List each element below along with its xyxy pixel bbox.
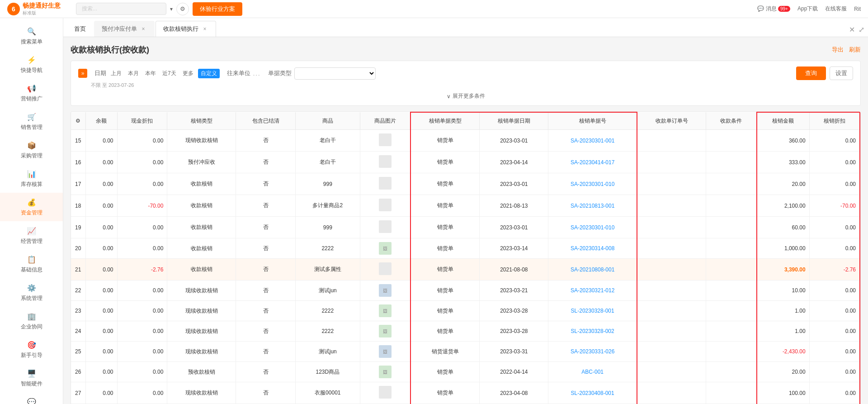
from-unit-input[interactable]: ... [253, 70, 261, 77]
tab-home[interactable]: 首页 [67, 21, 93, 37]
sidebar-label-sales: 销售管理 [21, 124, 42, 131]
export-button[interactable]: 导出 [832, 46, 844, 54]
top-bar-right: 💬 消息 99+ App下载 在线客服 Rit [757, 5, 861, 13]
query-button[interactable]: 查询 [796, 67, 826, 80]
filter-collapse-button[interactable]: » [78, 69, 87, 78]
logo-icon: 6 [7, 3, 20, 15]
sidebar-label-guide: 新手引导 [21, 352, 42, 359]
sidebar-label-business: 经营管理 [21, 238, 42, 245]
sidebar-label-basic: 基础信息 [21, 266, 42, 274]
basic-icon: 📋 [27, 254, 37, 264]
expand-more-btn[interactable]: ∨ 展开更多条件 [78, 92, 853, 100]
tab-close-window-icon[interactable]: ✕ [849, 25, 855, 34]
sidebar-item-system[interactable]: ⚙️ 系统管理 [0, 278, 63, 307]
sidebar-label-purchase: 采购管理 [21, 152, 42, 160]
unit-filter-item: 往来单位 ... [227, 69, 261, 77]
sidebar-label-search: 搜索菜单 [21, 38, 42, 46]
sidebar-item-inventory[interactable]: 📊 库存核算 [0, 164, 63, 193]
app-logo: 6 畅捷通好生意 标准版 [7, 2, 71, 16]
tab-writeoff-close[interactable]: × [201, 25, 208, 33]
th-writeoff-discount: 核销折扣 [809, 112, 860, 130]
chevron-down-icon: ∨ [447, 93, 451, 100]
sidebar-item-corp[interactable]: 🏢 企业协同 [0, 307, 63, 335]
page-header: 收款核销执行(按收款) 导出 刷新 [71, 44, 861, 55]
guide-icon: 🎯 [27, 340, 37, 350]
sidebar-item-quicknav[interactable]: ⚡ 快捷导航 [0, 50, 63, 79]
dropdown-arrow[interactable]: ▾ [170, 6, 173, 12]
tab-prepayment-close[interactable]: × [140, 25, 147, 33]
more-date-btn[interactable]: 更多 [181, 69, 195, 78]
message-icon-area[interactable]: 💬 消息 99+ [757, 5, 790, 13]
date-filter-label: 日期 [94, 69, 106, 77]
global-search-box: 搜索... [76, 3, 166, 15]
date-range-text: 不限 至 2023-07-26 [91, 82, 853, 89]
table-row: 210.00-2.76收款核销否测试多属性销货单2021-08-08SA-202… [71, 259, 860, 280]
hardware-icon: 🖥️ [27, 368, 37, 378]
industry-plan-button[interactable]: 休验行业方案 [193, 2, 242, 16]
sidebar-item-marketing[interactable]: 📢 营销推广 [0, 79, 63, 107]
sidebar-item-sales[interactable]: 🛒 销售管理 [0, 107, 63, 136]
sidebar-label-inventory: 库存核算 [21, 181, 42, 188]
user-name[interactable]: Rit [854, 6, 861, 12]
sales-icon: 🛒 [27, 112, 37, 122]
sidebar-item-basic[interactable]: 📋 基础信息 [0, 250, 63, 278]
tab-writeoff-label: 收款核销执行 [163, 25, 198, 33]
refresh-button[interactable]: 刷新 [849, 46, 861, 54]
table-row: 160.000.00预付冲应收否老白干销货单2023-04-14SA-20230… [71, 152, 860, 173]
marketing-icon: 📢 [27, 83, 37, 93]
table-row: 230.000.00现续收款核销否2222🖼销货单2023-03-28SL-20… [71, 301, 860, 321]
this-year-btn[interactable]: 本年 [143, 69, 158, 78]
business-icon: 📈 [27, 226, 37, 236]
th-receipt-order-no: 收款单订单号 [637, 112, 706, 130]
sidebar-item-search[interactable]: 🔍 搜索菜单 [0, 22, 63, 50]
last7-btn[interactable]: 近7天 [160, 69, 178, 78]
app-download-link[interactable]: App下载 [797, 5, 818, 13]
sidebar-item-business[interactable]: 📈 经营管理 [0, 221, 63, 250]
sidebar-label-corp: 企业协同 [21, 323, 42, 331]
sidebar-item-guide[interactable]: 🎯 新手引导 [0, 335, 63, 364]
online-service-link[interactable]: 在线客服 [825, 5, 847, 13]
th-goods-image: 商品图片 [360, 112, 410, 130]
filter-row: » 日期 上月 本月 本年 近7天 更多 自定义 往来单位 [78, 67, 853, 80]
settings-button[interactable]: 设置 [830, 67, 853, 80]
sidebar-item-hardware[interactable]: 🖥️ 智能硬件 [0, 364, 63, 392]
page-header-actions: 导出 刷新 [832, 46, 861, 54]
table-header-row: ⚙ 余额 现金折扣 核销类型 包含已结清 商品 商品图片 核销单据类型 核销单据… [71, 112, 860, 130]
settings-gear-icon[interactable]: ⚙ [176, 3, 189, 15]
corp-icon: 🏢 [27, 311, 37, 321]
finance-icon: 💰 [27, 197, 37, 207]
custom-date-btn[interactable]: 自定义 [198, 69, 220, 78]
sidebar-item-finance[interactable]: 💰 资金管理 [0, 193, 63, 221]
tab-writeoff[interactable]: 收款核销执行 × [156, 21, 216, 37]
table-row: 260.000.00预收款核销否123D商品🖼销货单2022-04-14ABC-… [71, 362, 860, 382]
tab-bar-right: ✕ ⤢ [849, 25, 864, 37]
th-writeoff-receipt-no: 核销单据号 [548, 112, 637, 130]
sidebar-label-marketing: 营销推广 [21, 95, 42, 103]
table-row: 150.000.00现销收款核销否老白干销货单2023-03-01SA-2023… [71, 130, 860, 152]
last-month-btn[interactable]: 上月 [109, 69, 123, 78]
th-writeoff-receipt-type: 核销单据类型 [410, 112, 480, 130]
receipt-type-select[interactable] [294, 67, 376, 80]
table-row: 180.00-70.00收款核销否多计量商品2销货单2021-08-13SA-2… [71, 195, 860, 217]
th-settings[interactable]: ⚙ [71, 112, 85, 130]
main-table: ⚙ 余额 现金折扣 核销类型 包含已结清 商品 商品图片 核销单据类型 核销单据… [71, 112, 860, 404]
this-month-btn[interactable]: 本月 [126, 69, 141, 78]
sidebar-label-system: 系统管理 [21, 295, 42, 302]
tab-expand-icon[interactable]: ⤢ [859, 25, 864, 34]
table-row: 170.000.00收款核销否999销货单2023-03-01SA-202303… [71, 173, 860, 195]
top-bar-center: 搜索... ▾ ⚙ 休验行业方案 [76, 2, 752, 16]
filter-actions: 查询 设置 [796, 67, 853, 80]
main-layout: 🔍 搜索菜单 ⚡ 快捷导航 📢 营销推广 🛒 销售管理 📦 采购管理 📊 库存核… [0, 18, 868, 404]
wechat-icon: 💬 [27, 397, 37, 404]
th-writeoff-amount: 核销金额 [757, 112, 809, 130]
sidebar-label-quicknav: 快捷导航 [21, 67, 42, 74]
th-goods: 商品 [295, 112, 360, 130]
message-label: 消息 [766, 5, 777, 12]
page-title: 收款核销执行(按收款) [71, 44, 149, 55]
sidebar-item-purchase[interactable]: 📦 采购管理 [0, 136, 63, 164]
from-unit-label: 往来单位 [227, 69, 250, 77]
tab-bar: 首页 预付冲应付单 × 收款核销执行 × ✕ ⤢ [63, 18, 868, 37]
tab-prepayment[interactable]: 预付冲应付单 × [94, 21, 155, 37]
search-icon: 🔍 [27, 26, 37, 36]
sidebar-item-wechat[interactable]: 💬 企业微信 [0, 392, 63, 404]
